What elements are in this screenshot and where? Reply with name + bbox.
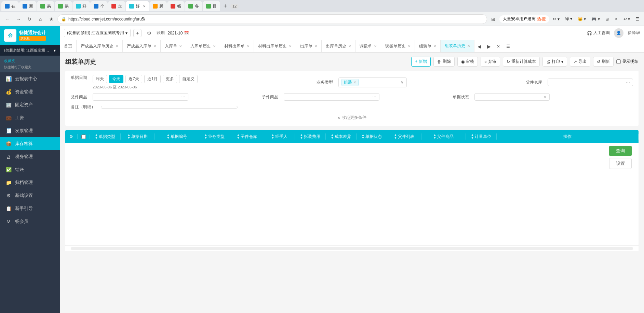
print-button[interactable]: 🖨 打印 ▾ bbox=[542, 57, 567, 67]
biz-type-dropdown-icon[interactable]: ∨ bbox=[401, 80, 404, 85]
th-biz[interactable]: ▲▼ 业务类型 bbox=[199, 133, 230, 140]
refresh-button[interactable]: ↻ bbox=[25, 14, 34, 24]
parent-goods-input[interactable]: ⋯ bbox=[93, 93, 188, 101]
address-bar[interactable]: 🔒 https://cloud.chanjet.com/accounting/u… bbox=[57, 14, 487, 24]
collapse-bar[interactable]: ∧ 收起更多条件 bbox=[71, 113, 633, 122]
th-date[interactable]: ▲▼ 单据日期 bbox=[121, 133, 155, 140]
sidebar-item-reports[interactable]: 📊 云报表中心 bbox=[0, 72, 60, 85]
browser-tab-9[interactable]: 腾 bbox=[149, 1, 167, 11]
company-selector[interactable]: (勿删勿禁用) 江西服宝测试专用 ▾ bbox=[64, 29, 131, 37]
th-handler[interactable]: ▲▼ 经手人 bbox=[264, 133, 295, 140]
company-info-bar[interactable]: (勿删勿禁用) 江西服宝测试专用 ▾ bbox=[0, 45, 60, 56]
tab-assemble-history[interactable]: 组装单历史 ✕ bbox=[441, 40, 474, 53]
sidebar-item-fixed-assets[interactable]: 🏢 固定资产 bbox=[0, 98, 60, 111]
translate-button[interactable]: 译 ▾ bbox=[563, 15, 574, 23]
home-button[interactable]: ⌂ bbox=[36, 14, 45, 24]
tab-out-single[interactable]: 出库单 ✕ bbox=[296, 40, 322, 53]
menu-button[interactable]: ☰ bbox=[633, 16, 641, 23]
game-button[interactable]: 🎮 ▾ bbox=[589, 16, 602, 23]
favorites-button[interactable]: ★ bbox=[46, 14, 56, 24]
user-avatar[interactable]: 👤 bbox=[614, 28, 623, 38]
delete-button[interactable]: 🗑 删除 bbox=[433, 57, 455, 67]
tab-in-single[interactable]: 入库单 ✕ bbox=[161, 40, 186, 53]
child-goods-more-icon[interactable]: ⋯ bbox=[372, 95, 376, 99]
parent-goods-more-icon[interactable]: ⋯ bbox=[181, 95, 185, 99]
browser-tab-8[interactable]: 好 ✕ bbox=[126, 1, 149, 11]
th-cost-diff[interactable]: ▲▼ 成本差异 bbox=[326, 133, 357, 140]
add-company-btn[interactable]: + bbox=[133, 29, 142, 37]
custom-date-btn[interactable]: 自定义 bbox=[179, 75, 198, 83]
th-unit[interactable]: ▲▼ 计量单位 bbox=[466, 133, 497, 140]
th-settings[interactable]: ⚙ bbox=[65, 134, 78, 139]
tab-nav-left[interactable]: ◀ bbox=[474, 42, 484, 51]
browser-tab-1[interactable]: 在 bbox=[1, 1, 19, 11]
add-button[interactable]: + 新增 bbox=[411, 57, 430, 67]
tab-nav-right[interactable]: ▶ bbox=[484, 42, 494, 51]
tab-more-btn[interactable]: ☰ bbox=[503, 42, 513, 51]
tab-mat-out[interactable]: 材料出库单 ✕ bbox=[220, 40, 254, 53]
parent-warehouse-input[interactable]: ⋯ bbox=[548, 79, 633, 86]
today-btn[interactable]: 今天 bbox=[109, 75, 123, 83]
tab-in-single-close[interactable]: ✕ bbox=[179, 44, 182, 48]
tab-assemble[interactable]: 组装单 ✕ bbox=[415, 40, 441, 53]
tab-assemble-close[interactable]: ✕ bbox=[433, 44, 436, 48]
tab-assemble-history-close[interactable]: ✕ bbox=[467, 44, 470, 48]
th-type[interactable]: ▲▼ 单据类型 bbox=[90, 133, 121, 140]
tab-mat-out-history[interactable]: 材料出库单历史 ✕ bbox=[254, 40, 296, 53]
remarks-input[interactable] bbox=[101, 106, 238, 109]
scroll-track[interactable] bbox=[71, 247, 633, 250]
th-parent-goods[interactable]: ▲▼ 父件商品 bbox=[421, 133, 466, 140]
recalculate-button[interactable]: ↻ 重新计算成本 bbox=[503, 57, 540, 67]
abandon-button[interactable]: ○ 弃审 bbox=[481, 57, 500, 67]
browser-tab-6[interactable]: 个 bbox=[90, 1, 108, 11]
browser-tab-7[interactable]: 企 bbox=[108, 1, 125, 11]
th-checkbox[interactable] bbox=[78, 134, 90, 139]
query-button[interactable]: 查询 bbox=[609, 146, 632, 156]
sidebar-item-archive[interactable]: 📁 归档管理 bbox=[0, 176, 60, 189]
app-grid-button[interactable]: ⊞ bbox=[488, 14, 498, 24]
browser-tab-10[interactable]: 畅 bbox=[167, 1, 185, 11]
tab-alloc-history-close[interactable]: ✕ bbox=[408, 44, 411, 48]
grid-button[interactable]: ⊞ bbox=[603, 16, 611, 23]
period-value[interactable]: 2021-10 📅 bbox=[167, 31, 189, 35]
biz-type-tag-close[interactable]: ✕ bbox=[353, 81, 356, 84]
tab-home[interactable]: 首页 bbox=[60, 40, 77, 53]
sidebar-item-tax[interactable]: 🖨 税务管理 bbox=[0, 150, 60, 163]
browser-tab-8-close[interactable]: ✕ bbox=[143, 4, 146, 8]
tab-in-history[interactable]: 入库单历史 ✕ bbox=[186, 40, 220, 53]
browser-tab-5[interactable]: 好 bbox=[72, 1, 90, 11]
tab-mat-out-close[interactable]: ✕ bbox=[247, 44, 250, 48]
tab-prod-in-history-close[interactable]: ✕ bbox=[116, 44, 118, 48]
browser-tab-3[interactable]: 易 bbox=[37, 1, 54, 11]
sun-button[interactable]: ☀ bbox=[612, 16, 620, 23]
tab-out-history[interactable]: 出库单历史 ✕ bbox=[322, 40, 355, 53]
tab-prod-in-history[interactable]: 产成品入库单历史 ✕ bbox=[77, 40, 123, 53]
bill-status-select[interactable]: ∨ bbox=[474, 93, 550, 101]
last7days-btn[interactable]: 近7天 bbox=[125, 75, 142, 83]
biz-type-input[interactable]: 组装 ✕ ∨ bbox=[338, 77, 407, 87]
tab-alloc[interactable]: 调拨单 ✕ bbox=[355, 40, 381, 53]
sidebar-item-inventory[interactable]: 📦 库存核算 bbox=[0, 137, 60, 150]
sidebar-item-settings[interactable]: ⚙ 基础设置 bbox=[0, 189, 60, 202]
sidebar-item-funds[interactable]: 💰 资金管理 bbox=[0, 85, 60, 98]
forward-button[interactable]: → bbox=[14, 14, 23, 24]
back-button[interactable]: ← bbox=[3, 14, 12, 24]
th-warehouse[interactable]: ▲▼ 子件仓库 bbox=[230, 133, 264, 140]
help-btn[interactable]: 🎧 人工咨询 bbox=[587, 30, 610, 36]
settings-gear-btn[interactable]: ⚙ bbox=[144, 28, 154, 38]
browser-tab-12[interactable]: 目 bbox=[203, 1, 220, 11]
cat-button[interactable]: 🐱 ▾ bbox=[576, 16, 588, 23]
browser-search-bar[interactable]: 大量安卓用户逃离 热搜 bbox=[499, 15, 549, 23]
child-goods-input[interactable]: ⋯ bbox=[284, 93, 379, 101]
show-detail-checkbox[interactable] bbox=[616, 59, 621, 64]
refresh-page-button[interactable]: ↺ 刷新 bbox=[593, 57, 614, 67]
tab-out-single-close[interactable]: ✕ bbox=[314, 44, 317, 48]
favorites-subtitle[interactable]: 快捷键打开收藏夹 bbox=[4, 65, 56, 70]
select-all-checkbox[interactable] bbox=[81, 134, 86, 139]
sidebar-item-checkout[interactable]: ✅ 结账 bbox=[0, 163, 60, 176]
sidebar-item-member[interactable]: V 畅会员 bbox=[0, 215, 60, 228]
scissors-button[interactable]: ✂ ▾ bbox=[551, 16, 561, 23]
export-button[interactable]: ↗ 导出 bbox=[570, 57, 590, 67]
show-detail-checkbox-wrapper[interactable]: 显示明细 bbox=[616, 59, 639, 65]
sidebar-item-wages[interactable]: 💼 工资 bbox=[0, 111, 60, 124]
